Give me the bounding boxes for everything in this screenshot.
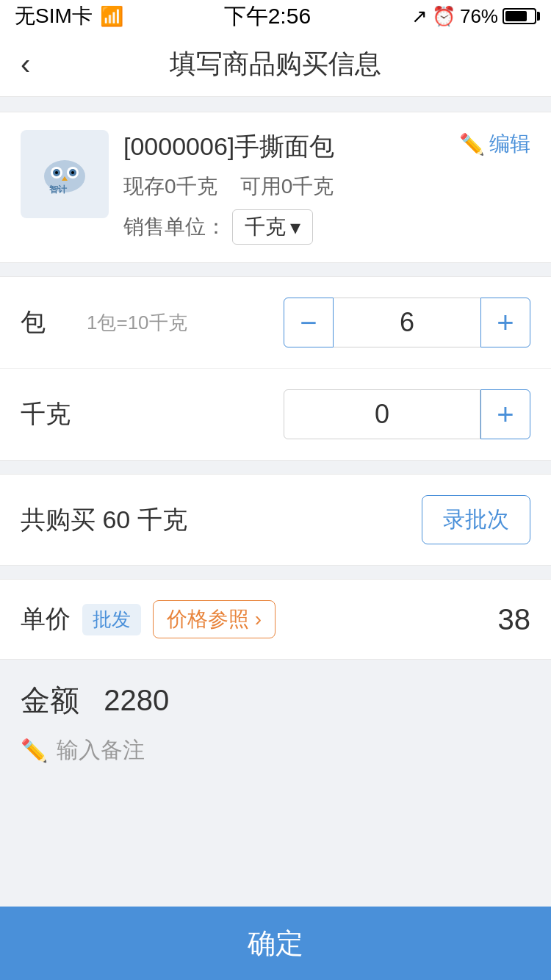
- amount-value: 2280: [104, 684, 169, 716]
- amount-label: 金额: [21, 684, 79, 716]
- carrier-label: 无SIM卡: [15, 2, 93, 30]
- quantity-row-bags: 包 1包=10千克 − +: [0, 277, 551, 369]
- svg-text:智计: 智计: [48, 184, 68, 195]
- price-ref-button[interactable]: 价格参照 ›: [153, 600, 276, 638]
- amount-section: 金额 2280 ✏️ 输入备注: [0, 660, 551, 780]
- price-badge: 批发: [82, 604, 141, 635]
- total-row: 共购买 60 千克 录批次: [0, 474, 551, 566]
- edit-button[interactable]: ✏️ 编辑: [459, 130, 530, 158]
- edit-icon: ✏️: [459, 132, 485, 156]
- qty-hint-bags: 1包=10千克: [87, 310, 284, 336]
- battery-icon: [503, 8, 536, 24]
- price-section: 单价 批发 价格参照 › 38: [0, 579, 551, 660]
- product-logo: 智计: [39, 154, 90, 195]
- qty-input-kg[interactable]: [284, 389, 480, 439]
- confirm-button[interactable]: 确定: [0, 907, 551, 980]
- status-bar: 无SIM卡 📶 下午2:56 ↗ ⏰ 76%: [0, 0, 551, 32]
- batch-button[interactable]: 录批次: [422, 495, 530, 544]
- qty-plus-kg[interactable]: +: [480, 389, 530, 439]
- unit-select[interactable]: 千克 ▾: [232, 209, 313, 245]
- edit-label: 编辑: [489, 130, 530, 158]
- qty-label-kg: 千克: [21, 397, 79, 431]
- status-right: ↗ ⏰ 76%: [411, 5, 536, 28]
- note-row[interactable]: ✏️ 输入备注: [21, 735, 530, 780]
- qty-controls-kg: +: [284, 389, 530, 439]
- svg-point-5: [55, 171, 58, 174]
- product-image: 智计: [21, 130, 109, 218]
- page-title: 填写商品购买信息: [170, 46, 381, 82]
- amount-row: 金额 2280: [21, 680, 530, 721]
- pencil-icon: ✏️: [21, 738, 48, 763]
- qty-controls-bags: − +: [284, 298, 530, 347]
- unit-value: 千克: [245, 213, 286, 241]
- price-value: 38: [498, 603, 531, 636]
- alarm-icon: ⏰: [432, 5, 455, 28]
- nav-bar: ‹ 填写商品购买信息: [0, 32, 551, 97]
- product-unit-row: 销售单位： 千克 ▾: [123, 209, 530, 245]
- back-button[interactable]: ‹: [21, 48, 30, 81]
- battery-fill: [505, 11, 527, 21]
- quantity-row-kg: 千克 +: [0, 369, 551, 460]
- qty-minus-bags[interactable]: −: [284, 298, 334, 347]
- qty-label-bags: 包: [21, 306, 79, 339]
- qty-plus-bags[interactable]: +: [480, 298, 530, 347]
- unit-label: 销售单位：: [123, 213, 226, 241]
- svg-point-6: [71, 171, 74, 174]
- quantity-section: 包 1包=10千克 − + 千克 +: [0, 276, 551, 461]
- qty-input-bags[interactable]: [334, 298, 480, 347]
- battery-percent: 76%: [460, 5, 498, 28]
- status-time: 下午2:56: [224, 1, 311, 32]
- note-placeholder: 输入备注: [57, 735, 145, 765]
- product-stock: 现存0千克 可用0千克: [123, 173, 530, 201]
- unit-arrow: ▾: [290, 215, 300, 239]
- wifi-icon: 📶: [100, 5, 123, 28]
- location-icon: ↗: [411, 5, 428, 28]
- total-text: 共购买 60 千克: [21, 503, 187, 537]
- price-label: 单价: [21, 602, 71, 636]
- product-card: 智计 [0000006]手撕面包 现存0千克 可用0千克 销售单位： 千克 ▾ …: [0, 112, 551, 263]
- status-left: 无SIM卡 📶: [15, 2, 123, 30]
